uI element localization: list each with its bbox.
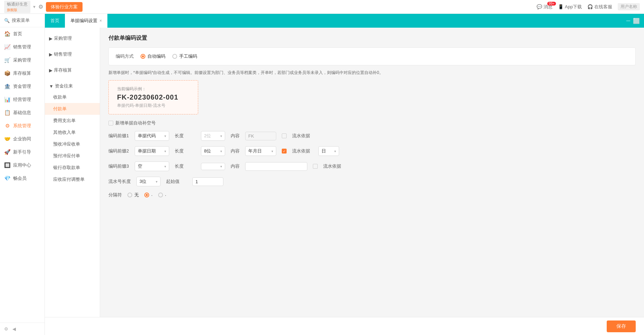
auto-encode-option[interactable]: 自动编码 [141, 53, 165, 59]
purchase-icon: 🛒 [4, 57, 10, 63]
sidebar-item-capital[interactable]: 🏦 资金管理 [0, 80, 45, 93]
sep-dot-option[interactable]: · [158, 193, 166, 198]
sidebar-item-inventory[interactable]: 📦 库存核算 [0, 67, 45, 80]
prefix3-label: 编码前缀3 [108, 163, 129, 169]
inventory-icon: 📦 [4, 70, 10, 76]
prefix1-row: 编码前缀1 单据代码 ▾ 长度 2位 ▾ 内容 流水依据 [108, 131, 636, 141]
sidebar-item-guide[interactable]: 🚀 新手引导 [0, 146, 45, 159]
submenu-sales-toggle[interactable]: ▶ 销售管理 [45, 49, 100, 59]
prefix1-serial-checkbox[interactable] [282, 133, 287, 138]
sidebar-item-operation[interactable]: 📊 经营管理 [0, 93, 45, 106]
app-download-link[interactable]: 📱 App下载 [558, 4, 582, 10]
tab-maximize-button[interactable]: ⬜ [633, 18, 640, 24]
prefix2-serial-label: 流水依据 [292, 148, 313, 154]
sidebar-item-home[interactable]: 🏠 首页 [0, 27, 45, 40]
prefix2-content-select[interactable]: 年月日 ▾ [245, 146, 276, 156]
sep-dash-char: · [151, 193, 153, 198]
encode-method-label: 编码方式 [116, 53, 134, 59]
content-area: ▶ 采购管理 ▶ 销售管理 ▶ 库存核算 [45, 28, 644, 317]
online-service-link[interactable]: 🎧 在线客服 [587, 4, 612, 10]
auto-fill-checkbox[interactable] [108, 121, 113, 125]
manual-encode-option[interactable]: 手工编码 [172, 53, 197, 59]
sidebar-item-sales[interactable]: 📈 销售管理 [0, 40, 45, 54]
serial-length-select[interactable]: 3位 ▾ [136, 177, 161, 186]
prefix3-content-input[interactable] [245, 162, 307, 171]
chevron-right-icon-inv: ▶ [49, 68, 52, 73]
search-menu[interactable]: 🔍 搜索菜单 [0, 14, 45, 27]
submenu-item-payment[interactable]: 付款单 [45, 103, 100, 115]
sidebar-item-apps[interactable]: 🔲 应用中心 [0, 159, 45, 172]
preview-code: FK-20230602-001 [117, 93, 190, 101]
sidebar-item-purchase[interactable]: 🛒 采购管理 [0, 54, 45, 67]
sidebar-item-member[interactable]: 💎 畅会员 [0, 172, 45, 185]
submenu-item-receipts[interactable]: 收款单 [45, 91, 100, 103]
serial-length-label: 流水号长度 [108, 178, 131, 185]
submenu-group-sales: ▶ 销售管理 [45, 46, 100, 62]
tab-minimize-button[interactable]: ─ [626, 18, 630, 24]
prefix1-select[interactable]: 单据代码 ▾ [135, 131, 169, 141]
submenu-group-purchase: ▶ 采购管理 [45, 30, 100, 46]
manual-encode-radio[interactable] [172, 54, 177, 59]
sep-dash-radio[interactable] [144, 193, 149, 197]
sidebar-item-enterprise[interactable]: 🤝 企业协同 [0, 132, 45, 146]
prefix1-content-label: 内容 [231, 133, 240, 139]
submenu-capital-toggle[interactable]: ▼ 资金往来 [45, 81, 100, 91]
prefix2-length-select[interactable]: 8位 ▾ [201, 146, 225, 156]
sep-none-radio[interactable] [127, 193, 132, 197]
top-bar: 畅通好生意 旗舰版 ▾ ⚙ 体验行业方案 💬 消息 99+ 📱 App下载 🎧 … [0, 0, 644, 14]
tab-close-icon[interactable]: × [99, 18, 102, 23]
chevron-down-icon-cap: ▼ [49, 84, 54, 89]
submenu-item-other-income[interactable]: 其他收入单 [45, 127, 100, 138]
prefix1-content-input[interactable] [245, 132, 276, 140]
submenu-group-inventory: ▶ 库存核算 [45, 62, 100, 78]
sep-none-option[interactable]: 无 [127, 192, 139, 198]
sidebar-collapse-icon[interactable]: ◀ [12, 326, 16, 332]
prefix1-length-select[interactable]: 2位 ▾ [201, 131, 225, 141]
chevron-right-icon-sales: ▶ [49, 52, 52, 57]
submenu-item-prepay-pay[interactable]: 预付冲应付单 [45, 150, 100, 162]
prefix2-unit-select[interactable]: 日 ▾ [318, 146, 339, 156]
page-title: 付款单编码设置 [108, 35, 636, 42]
submenu-item-prepay-collect[interactable]: 预收冲应收单 [45, 138, 100, 150]
prefix1-length-label: 长度 [175, 133, 195, 139]
start-value-label: 起始值 [166, 178, 187, 185]
prefix2-serial-checkbox[interactable] [282, 149, 287, 153]
apps-icon: 🔲 [4, 162, 10, 168]
sidebar-item-system[interactable]: ⚙ 系统管理 [0, 119, 45, 132]
prefix2-unit-arrow: ▾ [334, 149, 336, 153]
sub-menu: ▶ 采购管理 ▶ 销售管理 ▶ 库存核算 [45, 28, 100, 317]
prefix2-label: 编码前缀2 [108, 148, 129, 154]
tab-home[interactable]: 首页 [45, 14, 65, 28]
submenu-item-adjust[interactable]: 应收应付调整单 [45, 174, 100, 185]
start-value-input[interactable] [192, 177, 223, 186]
save-bar: 保存 [45, 317, 644, 335]
trial-button[interactable]: 体验行业方案 [46, 2, 83, 12]
auto-encode-radio[interactable] [141, 54, 145, 59]
code-preview-box: 当前编码示例： FK-20230602-001 单据代码-单据日期-流水号 [108, 80, 198, 114]
submenu-item-expense[interactable]: 费用支出单 [45, 115, 100, 127]
sep-dash-option[interactable]: · [144, 193, 153, 198]
submenu-item-bank[interactable]: 银行存取款单 [45, 162, 100, 174]
top-bar-left: 畅通好生意 旗舰版 ▾ ⚙ 体验行业方案 [4, 1, 83, 13]
page-content: 付款单编码设置 编码方式 自动编码 手工编码 [100, 28, 644, 317]
submenu-inventory-toggle[interactable]: ▶ 库存核算 [45, 65, 100, 75]
save-button[interactable]: 保存 [607, 320, 636, 332]
prefix1-select-arrow: ▾ [164, 134, 166, 138]
prefix3-length-select[interactable]: ▾ [201, 163, 225, 170]
settings-icon[interactable]: ⚙ [38, 3, 43, 10]
prefix3-serial-checkbox[interactable] [313, 164, 318, 169]
prefix2-length-label: 长度 [175, 148, 195, 154]
prefix2-select[interactable]: 单据日期 ▾ [135, 146, 169, 156]
submenu-purchase-toggle[interactable]: ▶ 采购管理 [45, 33, 100, 44]
user-info[interactable]: 用户名称 [618, 3, 640, 10]
search-icon: 🔍 [4, 18, 10, 23]
sep-dot-radio[interactable] [158, 193, 163, 197]
prefix3-length-label: 长度 [175, 163, 195, 169]
prefix3-select[interactable]: 空 ▾ [135, 161, 169, 171]
sidebar-item-basic[interactable]: 📋 基础信息 [0, 106, 45, 119]
tab-encode-settings[interactable]: 单据编码设置 × [65, 14, 107, 28]
bottom-settings-icon[interactable]: ⚙ [4, 326, 8, 332]
prefix1-label: 编码前缀1 [108, 133, 129, 139]
dropdown-arrow[interactable]: ▾ [33, 4, 36, 9]
message-button[interactable]: 💬 消息 99+ [537, 4, 552, 10]
